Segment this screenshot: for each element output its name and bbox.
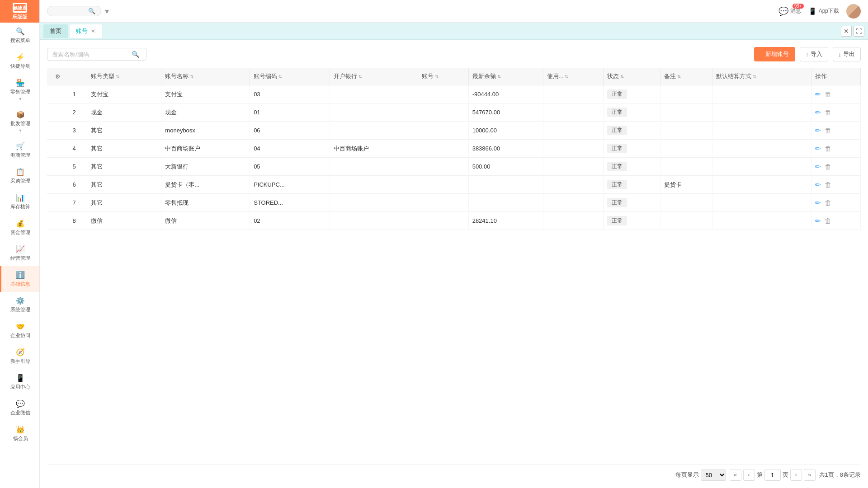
nav-icon-system: ⚙️ <box>16 296 25 305</box>
delete-btn-6[interactable]: 🗑 <box>825 199 831 206</box>
main-area: 🔍 ▾ 💬 99+ 消息 📱 App下载 首页账号✕ ✕ ⛶ <box>40 0 868 488</box>
row-name-5: 提货卡（零... <box>161 176 250 194</box>
col-settlement[interactable]: 默认结算方式⇅ <box>712 68 811 85</box>
user-avatar[interactable] <box>846 4 861 19</box>
row-settlement-3 <box>712 140 811 158</box>
page-unit-label: 页 <box>783 471 788 479</box>
sidebar-item-purchase[interactable]: 📋 采购管理 <box>0 163 39 189</box>
sidebar-item-wholesale[interactable]: 📦 批发管理 ▼ <box>0 106 39 137</box>
download-button[interactable]: 📱 App下载 <box>808 7 839 15</box>
delete-btn-7[interactable]: 🗑 <box>825 217 831 225</box>
col-code[interactable]: 账号编码⇅ <box>250 68 330 85</box>
next-page-button[interactable]: › <box>790 469 802 481</box>
account-table: ⚙ 账号类型⇅ 账号名称⇅ 账号编码⇅ 开户银行⇅ 账号⇅ 最新余额⇅ 使用..… <box>47 68 861 230</box>
sidebar-item-finance[interactable]: 💰 资金管理 <box>0 215 39 240</box>
edit-btn-0[interactable]: ✏ <box>815 90 821 99</box>
close-window-btn[interactable]: ✕ <box>841 26 852 37</box>
col-bank[interactable]: 开户银行⇅ <box>330 68 418 85</box>
sidebar-item-agreement[interactable]: 🤝 企业协同 <box>0 318 39 343</box>
nav-icon-finance: 💰 <box>16 219 25 228</box>
row-settlement-1 <box>712 103 811 122</box>
row-bank-6 <box>330 194 418 212</box>
prev-page-button[interactable]: ‹ <box>743 469 755 481</box>
row-account-6 <box>418 194 468 212</box>
delete-btn-0[interactable]: 🗑 <box>825 90 831 98</box>
nav-label-operation: 经营管理 <box>10 255 30 262</box>
svg-text:畅捷通: 畅捷通 <box>14 5 26 10</box>
sidebar-item-quick[interactable]: ⚡ 快捷导航 <box>0 48 39 74</box>
nav-label-finance: 资金管理 <box>10 229 30 236</box>
sidebar-item-member[interactable]: 👑 畅会员 <box>0 421 39 446</box>
sidebar-item-ecommerce[interactable]: 🛒 电商管理 <box>0 137 39 163</box>
export-button[interactable]: ↓ 导出 <box>833 47 861 61</box>
sidebar-item-appstore[interactable]: 📱 应用中心 <box>0 369 39 395</box>
col-type[interactable]: 账号类型⇅ <box>87 68 161 85</box>
col-status[interactable]: 状态⇅ <box>604 68 660 85</box>
content-area: 🔍 + 新增账号 ↑ 导入 ↓ 导出 ⚙ <box>40 40 868 488</box>
row-gear-0 <box>47 85 69 103</box>
delete-btn-2[interactable]: 🗑 <box>825 127 831 134</box>
edit-btn-4[interactable]: ✏ <box>815 163 821 171</box>
tab-home[interactable]: 首页 <box>43 24 68 38</box>
table-search-box[interactable]: 🔍 <box>47 48 146 61</box>
row-status-1: 正常 <box>604 103 660 122</box>
row-status-0: 正常 <box>604 85 660 103</box>
row-index-2: 3 <box>69 122 87 140</box>
nav-label-purchase: 采购管理 <box>10 178 30 184</box>
last-page-button[interactable]: » <box>804 469 816 481</box>
col-remark[interactable]: 备注⇅ <box>660 68 712 85</box>
sidebar-item-inventory[interactable]: 📊 库存核算 <box>0 189 39 215</box>
sidebar-item-guide[interactable]: 🧭 新手引导 <box>0 343 39 369</box>
row-actions-4: ✏ 🗑 <box>811 158 860 176</box>
row-status-4: 正常 <box>604 158 660 176</box>
row-remark-1 <box>660 103 712 122</box>
first-page-button[interactable]: « <box>730 469 741 481</box>
row-gear-1 <box>47 103 69 122</box>
sidebar-item-operation[interactable]: 📈 经营管理 <box>0 240 39 266</box>
row-settlement-5 <box>712 176 811 194</box>
nav-label-inventory: 库存核算 <box>10 203 30 210</box>
col-name[interactable]: 账号名称⇅ <box>161 68 250 85</box>
page-number-input[interactable] <box>764 469 781 481</box>
tab-close-account[interactable]: ✕ <box>90 28 96 34</box>
nav-icon-quick: ⚡ <box>16 53 25 61</box>
row-actions-6: ✏ 🗑 <box>811 194 860 212</box>
row-status-3: 正常 <box>604 140 660 158</box>
edit-btn-7[interactable]: ✏ <box>815 217 821 225</box>
edit-btn-1[interactable]: ✏ <box>815 108 821 117</box>
sidebar-item-wechat[interactable]: 💬 企业微信 <box>0 395 39 421</box>
col-account[interactable]: 账号⇅ <box>418 68 468 85</box>
topbar-dropdown-icon[interactable]: ▾ <box>105 6 109 16</box>
edit-btn-6[interactable]: ✏ <box>815 199 821 207</box>
row-gear-3 <box>47 140 69 158</box>
maximize-window-btn[interactable]: ⛶ <box>854 26 864 37</box>
sidebar-item-system[interactable]: ⚙️ 系统管理 <box>0 292 39 318</box>
edit-btn-3[interactable]: ✏ <box>815 145 821 153</box>
col-usage[interactable]: 使用...⇅ <box>543 68 604 85</box>
row-remark-6 <box>660 194 712 212</box>
sidebar-item-search[interactable]: 🔍 搜索菜单 <box>0 23 39 48</box>
sidebar-item-basic[interactable]: ℹ️ 基础信息 <box>0 266 39 292</box>
row-status-2: 正常 <box>604 122 660 140</box>
delete-btn-4[interactable]: 🗑 <box>825 163 831 170</box>
row-bank-3: 中百商场账户 <box>330 140 418 158</box>
import-label: 导入 <box>811 50 822 58</box>
add-account-button[interactable]: + 新增账号 <box>754 47 795 61</box>
delete-btn-1[interactable]: 🗑 <box>825 108 831 116</box>
delete-btn-3[interactable]: 🗑 <box>825 145 831 152</box>
col-actions: 操作 <box>811 68 860 85</box>
delete-btn-5[interactable]: 🗑 <box>825 181 831 188</box>
import-button[interactable]: ↑ 导入 <box>800 47 828 61</box>
col-balance[interactable]: 最新余额⇅ <box>468 68 543 85</box>
nav-label-member: 畅会员 <box>13 435 28 442</box>
tab-account[interactable]: 账号✕ <box>70 24 102 38</box>
edit-btn-2[interactable]: ✏ <box>815 127 821 135</box>
col-gear[interactable]: ⚙ <box>47 68 69 85</box>
page-size-select[interactable]: 102050100 <box>701 469 726 481</box>
table-search-input[interactable] <box>52 51 129 58</box>
edit-btn-5[interactable]: ✏ <box>815 181 821 189</box>
sidebar-item-retail[interactable]: 🏪 零售管理 ▼ <box>0 74 39 106</box>
topbar-search[interactable]: 🔍 <box>47 6 101 16</box>
topbar-search-input[interactable] <box>52 8 88 14</box>
message-button[interactable]: 💬 99+ 消息 <box>778 6 801 16</box>
